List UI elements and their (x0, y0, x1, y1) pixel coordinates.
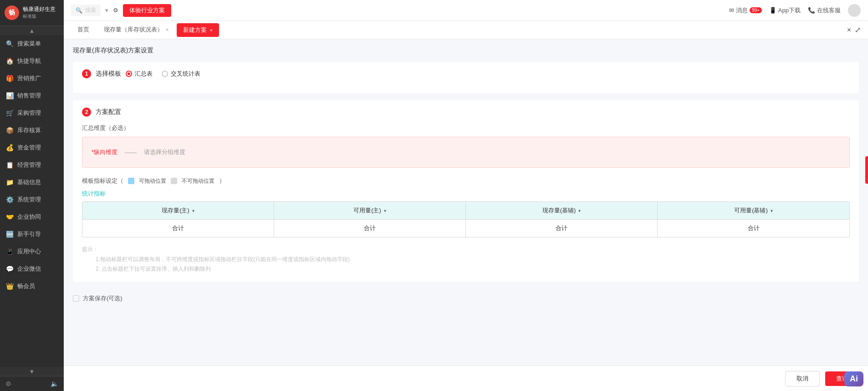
customer-service-label: 在线客服 (817, 6, 841, 15)
stat-section-title: 统计指标 (82, 190, 850, 198)
sidebar-scroll-down[interactable]: ▼ (0, 367, 64, 376)
section-2-num: 2 (82, 108, 91, 117)
topbar-dropdown-icon[interactable]: ▾ (105, 7, 108, 14)
sidebar-item-finance[interactable]: 💰 资金管理 (0, 139, 64, 156)
sidebar-item-label: 企业微信 (17, 265, 41, 273)
topbar-settings-icon[interactable]: ⚙ (113, 7, 118, 14)
col-2-chevron[interactable]: ▾ (384, 208, 386, 213)
tip-2-text: 2. 点击标题栏下拉可设置排序、插入列和删除列 (96, 264, 211, 274)
sidebar-item-system[interactable]: ⚙️ 系统管理 (0, 191, 64, 208)
section-1: 1 选择模板 汇总表 交叉统计表 (73, 62, 859, 93)
tab-expand-btn[interactable]: ⤢ (855, 26, 861, 34)
sidebar-item-sales[interactable]: 📊 销售管理 (0, 87, 64, 104)
stat-table-header: 现存量(主) ▾ 可用量(主) ▾ 现存量(基辅) ▾ 可用量(基辅) (82, 202, 849, 220)
sidebar-item-operations[interactable]: 📋 经营管理 (0, 156, 64, 174)
sidebar-item-label: 销售管理 (17, 92, 41, 100)
aggregate-section: 汇总维度（必选） *纵向维度 —— 请选择分组维度 (82, 124, 850, 168)
radio-cross[interactable]: 交叉统计表 (162, 70, 200, 78)
col-4-chevron[interactable]: ▾ (771, 208, 773, 213)
not-draggable-badge (171, 178, 177, 184)
sidebar: 畅 畅康通好生意 标准版 ▲ 🔍 搜索菜单 🏠 快捷导航 🎁 营销推广 📊 销售… (0, 0, 64, 391)
col-3-chevron[interactable]: ▾ (578, 208, 581, 213)
sidebar-item-label: 库存核算 (17, 126, 41, 134)
not-draggable-label: 不可拖动位置 (182, 177, 214, 185)
cancel-button[interactable]: 取消 (785, 371, 820, 386)
col-header-2[interactable]: 可用量(主) ▾ (274, 202, 466, 219)
sidebar-item-search-menu[interactable]: 🔍 搜索菜单 (0, 35, 64, 52)
purchase-icon: 🛒 (5, 109, 14, 117)
col-header-1[interactable]: 现存量(主) ▾ (82, 202, 274, 219)
marketing-icon: 🎁 (5, 74, 14, 82)
sidebar-item-basic-info[interactable]: 📁 基础信息 (0, 174, 64, 191)
sidebar-footer: ⚙ 🔈 (0, 376, 64, 391)
col-1-chevron[interactable]: ▾ (192, 208, 194, 213)
topbar: 🔍 搜索 ▾ ⚙ 体验行业方案 ✉ 消息 99+ 📱 App下载 📞 在线客服 (64, 0, 868, 21)
col-body-4: 合计 (658, 220, 849, 237)
save-label: 方案保存(可选) (83, 294, 123, 303)
sidebar-item-label: 畅会员 (17, 282, 35, 290)
sidebar-item-guide[interactable]: 🆕 新手引导 (0, 226, 64, 243)
main-area: 🔍 搜索 ▾ ⚙ 体验行业方案 ✉ 消息 99+ 📱 App下载 📞 在线客服 (64, 0, 868, 391)
topbar-search-area[interactable]: 🔍 搜索 (71, 5, 101, 16)
sidebar-item-app-center[interactable]: 📱 应用中心 (0, 243, 64, 260)
customer-service-icon: 📞 (808, 7, 815, 14)
topbar-left: 🔍 搜索 ▾ ⚙ 体验行业方案 (71, 4, 171, 17)
sidebar-item-wechat[interactable]: 💬 企业微信 (0, 260, 64, 278)
finance-icon: 💰 (5, 144, 14, 152)
sales-icon: 📊 (5, 92, 14, 100)
message-btn[interactable]: ✉ 消息 99+ (729, 6, 762, 15)
sidebar-item-purchase[interactable]: 🛒 采购管理 (0, 104, 64, 122)
operations-icon: 📋 (5, 161, 14, 169)
sidebar-item-inventory[interactable]: 📦 库存核算 (0, 122, 64, 139)
tab-inventory-status-label: 现存量（库存状况表） (104, 26, 163, 34)
sidebar-item-marketing[interactable]: 🎁 营销推广 (0, 70, 64, 87)
sidebar-item-quick-nav[interactable]: 🏠 快捷导航 (0, 52, 64, 70)
dimension-area[interactable]: *纵向维度 —— 请选择分组维度 (82, 137, 850, 168)
tip-1: 1.拖动标题栏可以调整布局，不可跨维度或指标区域拖动栏目字段(只能在同一维度或指… (96, 255, 850, 265)
col-header-4[interactable]: 可用量(基辅) ▾ (658, 202, 849, 219)
app-download-btn[interactable]: 📱 App下载 (769, 6, 801, 15)
sidebar-item-label: 营销推广 (17, 74, 41, 82)
indicator-label: 模板指标设定（ 可拖动位置 不可拖动位置 ） (82, 177, 850, 185)
inventory-icon: 📦 (5, 126, 14, 134)
indicator-label-text: 模板指标设定（ (82, 177, 123, 185)
right-scroll-indicator (865, 156, 868, 184)
dimension-dash: —— (125, 149, 137, 156)
guide-icon: 🆕 (5, 230, 14, 238)
stat-table-body: 合计 合计 合计 合计 (82, 220, 849, 237)
audio-icon[interactable]: 🔈 (51, 380, 58, 387)
sidebar-item-label: 应用中心 (17, 247, 41, 256)
trial-btn[interactable]: 体验行业方案 (123, 4, 171, 17)
settings-icon[interactable]: ⚙ (5, 380, 11, 387)
aggregate-label: 汇总维度（必选） (82, 124, 850, 132)
sidebar-scroll-up[interactable]: ▲ (0, 26, 64, 35)
tab-new-scheme-close[interactable]: × (209, 27, 212, 33)
dimension-required-label: *纵向维度 (92, 148, 117, 156)
tab-home-label: 首页 (77, 26, 89, 34)
page-title: 现存量(库存状况表)方案设置 (73, 46, 859, 55)
section-1-title: 选择模板 (96, 70, 121, 78)
tab-inventory-status-close[interactable]: × (166, 27, 168, 32)
radio-cross-dot (162, 71, 168, 77)
col-2-label: 可用量(主) (353, 206, 381, 215)
tab-inventory-status[interactable]: 现存量（库存状况表） × (97, 22, 175, 38)
sidebar-logo: 畅 畅康通好生意 标准版 (0, 0, 64, 26)
sidebar-item-label: 经营管理 (17, 161, 41, 169)
customer-service-btn[interactable]: 📞 在线客服 (808, 6, 841, 15)
sidebar-item-member[interactable]: 👑 畅会员 (0, 278, 64, 295)
save-checkbox[interactable] (73, 295, 79, 302)
user-avatar[interactable] (848, 4, 861, 17)
tab-new-scheme[interactable]: 新建方案 × (177, 23, 219, 37)
radio-summary[interactable]: 汇总表 (126, 70, 153, 78)
footer: 取消 查询 (64, 365, 868, 391)
sidebar-item-label: 新手引导 (17, 230, 41, 238)
app-download-label: App下载 (778, 6, 801, 15)
ai-badge[interactable]: Ai (844, 371, 863, 386)
tab-close-btn[interactable]: × (847, 26, 851, 34)
sidebar-item-enterprise[interactable]: 🤝 企业协同 (0, 208, 64, 226)
col-header-3[interactable]: 现存量(基辅) ▾ (466, 202, 658, 219)
indicator-end: ） (219, 177, 225, 185)
tab-home[interactable]: 首页 (71, 22, 96, 38)
sidebar-item-label: 企业协同 (17, 213, 41, 221)
dimension-placeholder: 请选择分组维度 (144, 148, 185, 156)
